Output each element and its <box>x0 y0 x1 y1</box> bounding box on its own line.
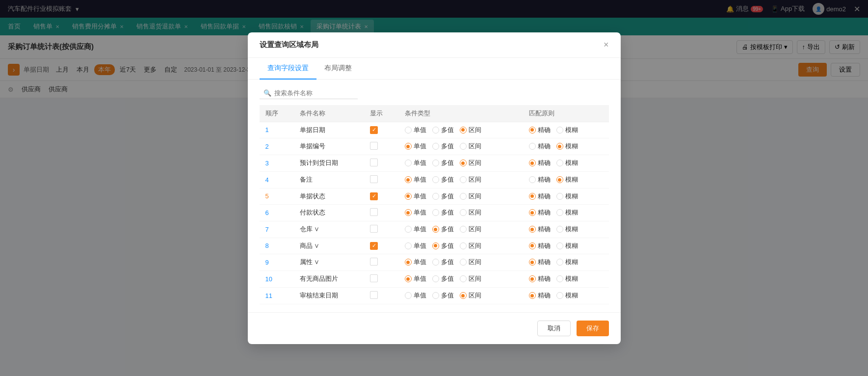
type-radio-item[interactable]: 区间 <box>460 258 481 267</box>
display-checkbox[interactable] <box>370 192 378 200</box>
th-type: 条件类型 <box>399 105 523 122</box>
match-radio-circle <box>556 226 563 233</box>
type-radio-item[interactable]: 区间 <box>460 126 481 134</box>
type-radio-item[interactable]: 区间 <box>460 175 481 184</box>
match-radio-item[interactable]: 模糊 <box>556 159 578 167</box>
match-radio-item[interactable]: 模糊 <box>556 142 578 151</box>
display-checkbox[interactable] <box>370 142 378 150</box>
save-btn[interactable]: 保存 <box>577 321 609 336</box>
type-radio-item[interactable]: 单值 <box>405 175 426 184</box>
type-radio-item[interactable]: 多值 <box>432 126 454 134</box>
match-radio-item[interactable]: 模糊 <box>556 258 578 267</box>
modal-tab-query[interactable]: 查询字段设置 <box>260 58 316 80</box>
radio-label: 单值 <box>414 126 426 134</box>
type-radio-item[interactable]: 单值 <box>405 142 426 151</box>
row-display <box>364 122 398 138</box>
type-radio-item[interactable]: 单值 <box>405 242 426 250</box>
display-checkbox[interactable] <box>370 242 378 250</box>
type-radio-item[interactable]: 单值 <box>405 126 426 134</box>
radio-circle <box>460 127 467 134</box>
row-display <box>364 270 398 287</box>
type-radio-item[interactable]: 多值 <box>432 291 454 300</box>
match-radio-item[interactable]: 精确 <box>529 258 551 267</box>
display-checkbox[interactable] <box>370 175 378 183</box>
display-checkbox[interactable] <box>370 274 378 282</box>
table-row: 1单据日期单值多值区间精确模糊 <box>260 122 609 138</box>
type-radio-item[interactable]: 多值 <box>432 258 454 267</box>
match-radio-item[interactable]: 精确 <box>529 242 551 250</box>
type-radio-item[interactable]: 单值 <box>405 159 426 167</box>
match-radio-item[interactable]: 精确 <box>529 208 551 217</box>
type-radio-item[interactable]: 多值 <box>432 274 454 283</box>
match-radio-item[interactable]: 精确 <box>529 225 551 234</box>
match-radio-item[interactable]: 模糊 <box>556 192 578 201</box>
row-match: 精确模糊 <box>523 270 609 287</box>
match-radio-item[interactable]: 精确 <box>529 159 551 167</box>
type-radio-item[interactable]: 区间 <box>460 225 481 234</box>
modal-tab-layout-label: 布局调整 <box>324 64 352 72</box>
table-row: 10有无商品图片单值多值区间精确模糊 <box>260 270 609 287</box>
radio-label: 单值 <box>414 159 426 167</box>
match-radio-circle <box>556 275 563 282</box>
type-radio-item[interactable]: 单值 <box>405 258 426 267</box>
th-match: 匹配原则 <box>523 105 609 122</box>
modal-tab-layout[interactable]: 布局调整 <box>316 58 360 80</box>
type-radio-item[interactable]: 单值 <box>405 274 426 283</box>
match-radio-item[interactable]: 模糊 <box>556 291 578 300</box>
match-radio-item[interactable]: 精确 <box>529 291 551 300</box>
match-radio-item[interactable]: 模糊 <box>556 126 578 134</box>
row-type: 单值多值区间 <box>399 138 523 155</box>
match-radio-item[interactable]: 模糊 <box>556 242 578 250</box>
radio-label: 多值 <box>441 192 454 201</box>
type-radio-item[interactable]: 区间 <box>460 291 481 300</box>
radio-circle <box>460 209 467 216</box>
modal-title: 设置查询区域布局 <box>260 40 318 50</box>
match-radio-item[interactable]: 精确 <box>529 126 551 134</box>
type-radio-item[interactable]: 多值 <box>432 225 454 234</box>
type-radio-item[interactable]: 区间 <box>460 242 481 250</box>
modal-dialog: 设置查询区域布局 × 查询字段设置 布局调整 🔍 <box>248 32 621 344</box>
match-radio-item[interactable]: 精确 <box>529 274 551 283</box>
match-radio-item[interactable]: 精确 <box>529 192 551 201</box>
match-radio-item[interactable]: 模糊 <box>556 225 578 234</box>
type-radio-item[interactable]: 多值 <box>432 142 454 151</box>
radio-circle <box>432 209 439 216</box>
display-checkbox[interactable] <box>370 126 378 134</box>
cancel-btn[interactable]: 取消 <box>537 321 571 336</box>
search-input[interactable] <box>274 89 353 97</box>
type-radio-item[interactable]: 区间 <box>460 142 481 151</box>
type-radio-item[interactable]: 单值 <box>405 192 426 201</box>
type-radio-item[interactable]: 多值 <box>432 208 454 217</box>
match-radio-item[interactable]: 精确 <box>529 142 551 151</box>
radio-circle <box>405 242 412 249</box>
display-checkbox[interactable] <box>370 291 378 299</box>
match-radio-item[interactable]: 模糊 <box>556 208 578 217</box>
row-name: 审核结束日期 <box>294 287 365 304</box>
radio-label: 多值 <box>441 208 454 217</box>
type-radio-item[interactable]: 单值 <box>405 291 426 300</box>
radio-circle <box>460 259 467 266</box>
display-checkbox[interactable] <box>370 225 378 233</box>
type-radio-item[interactable]: 多值 <box>432 192 454 201</box>
type-radio-item[interactable]: 区间 <box>460 159 481 167</box>
type-radio-item[interactable]: 多值 <box>432 175 454 184</box>
match-radio-circle <box>556 127 563 134</box>
display-checkbox[interactable] <box>370 258 378 266</box>
match-radio-circle <box>529 160 536 166</box>
type-radio-item[interactable]: 区间 <box>460 192 481 201</box>
type-radio-item[interactable]: 单值 <box>405 208 426 217</box>
type-radio-item[interactable]: 多值 <box>432 242 454 250</box>
match-radio-item[interactable]: 模糊 <box>556 175 578 184</box>
row-display <box>364 155 398 171</box>
type-radio-item[interactable]: 区间 <box>460 208 481 217</box>
radio-circle <box>405 193 412 200</box>
modal-close-btn[interactable]: × <box>604 40 609 49</box>
type-radio-item[interactable]: 单值 <box>405 225 426 234</box>
table-row: 11审核结束日期单值多值区间精确模糊 <box>260 287 609 304</box>
display-checkbox[interactable] <box>370 159 378 166</box>
match-radio-item[interactable]: 精确 <box>529 175 551 184</box>
type-radio-item[interactable]: 多值 <box>432 159 454 167</box>
type-radio-item[interactable]: 区间 <box>460 274 481 283</box>
display-checkbox[interactable] <box>370 208 378 216</box>
match-radio-item[interactable]: 模糊 <box>556 274 578 283</box>
